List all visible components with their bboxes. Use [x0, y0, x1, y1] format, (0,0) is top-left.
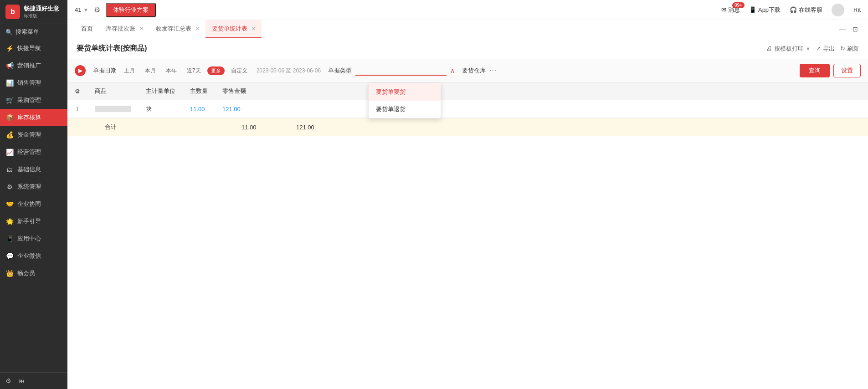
filter-toggle-btn[interactable]: ▶ — [75, 65, 86, 76]
query-button[interactable]: 查询 — [800, 64, 830, 77]
tab-order-stat-close[interactable]: × — [252, 26, 255, 32]
basics-icon: 🗂 — [5, 166, 14, 173]
search-icon: 🔍 — [5, 29, 13, 36]
trial-button[interactable]: 体验行业方案 — [106, 3, 156, 17]
print-chevron-icon: ▼ — [806, 46, 811, 51]
topbar-online-service[interactable]: 🎧 在线客服 — [790, 6, 822, 14]
refresh-icon: ↻ — [840, 45, 845, 52]
chevron-right-icon: ▶ — [78, 67, 82, 74]
quick-nav-icon: ⚡ — [5, 45, 14, 52]
tab-inventory-batch[interactable]: 库存批次账 × — [99, 20, 149, 38]
inventory-icon: 📦 — [5, 114, 14, 121]
topbar: 41 ▼ ⚙ 体验行业方案 ✉ 消息 99+ 📱 App下载 🎧 在线客服 Ri… — [67, 0, 868, 20]
page-header: 要货单统计表(按商品) 🖨 按模板打印 ▼ ↗ 导出 ↻ 刷新 — [67, 38, 868, 59]
topbar-gear-icon[interactable]: ⚙ — [94, 5, 100, 14]
type-filter-input[interactable] — [355, 66, 447, 76]
sidebar-item-guide[interactable]: 🌟 新手引导 — [0, 213, 67, 230]
operations-icon: 📈 — [5, 148, 14, 156]
message-badge: 99+ — [732, 2, 745, 8]
tabbar-minimize-btn[interactable]: — — [837, 24, 848, 35]
type-filter-arrow[interactable]: ∧ — [450, 67, 455, 74]
filter-warehouse-group: 要货仓库 ··· — [462, 67, 497, 75]
logo-icon: b — [5, 5, 20, 19]
col-settings[interactable]: ⚙ — [67, 82, 87, 100]
warehouse-filter-dots[interactable]: ··· — [489, 67, 497, 75]
filter-bar: ▶ 单据日期 上月 本月 本年 近7天 更多 自定义 2023-05-06 至 … — [67, 59, 868, 82]
app-center-icon: 📱 — [5, 235, 14, 242]
user-avatar[interactable] — [832, 4, 844, 16]
tabbar-actions: — ⊡ — [837, 24, 861, 35]
guide-icon: 🌟 — [5, 218, 14, 225]
date-btn-this-year[interactable]: 本年 — [162, 66, 180, 76]
sidebar-item-marketing[interactable]: 📢 营销推广 — [0, 57, 67, 74]
type-dropdown: 要货单要货 要货单退货 — [368, 83, 441, 118]
date-btn-custom[interactable]: 自定义 — [227, 66, 251, 76]
filter-date-group: 单据日期 上月 本月 本年 近7天 更多 自定义 2023-05-06 至 20… — [93, 66, 321, 76]
sidebar-item-quick-nav[interactable]: ⚡ 快捷导航 — [0, 40, 67, 57]
dropdown-item-order-goods[interactable]: 要货单要货 — [369, 83, 441, 101]
topbar-store-selector[interactable]: 41 ▼ — [75, 6, 88, 13]
product-placeholder — [95, 106, 131, 112]
sidebar-item-app-center[interactable]: 📱 应用中心 — [0, 230, 67, 247]
footer-amount: 121.00 — [289, 124, 344, 131]
sidebar-item-wechat[interactable]: 💬 企业微信 — [0, 247, 67, 265]
settings-bottom-icon[interactable]: ⚙ — [5, 377, 11, 384]
topbar-app-download[interactable]: 📱 App下载 — [749, 6, 781, 14]
sidebar-item-basics[interactable]: 🗂 基础信息 — [0, 161, 67, 178]
row-product — [87, 100, 139, 118]
collapse-icon[interactable]: ⏮ — [19, 377, 25, 384]
sidebar-item-purchase[interactable]: 🛒 采购管理 — [0, 92, 67, 109]
sidebar-item-operations[interactable]: 📈 经营管理 — [0, 143, 67, 161]
tab-order-stat[interactable]: 要货单统计表 × — [205, 20, 262, 38]
amount-link[interactable]: 121.00 — [222, 106, 241, 113]
logo-text: 畅捷通好生意 标准版 — [24, 5, 59, 19]
sidebar-item-sales[interactable]: 📊 销售管理 — [0, 74, 67, 92]
date-btn-more[interactable]: 更多 — [207, 67, 225, 75]
table-footer: 合计 11.00 121.00 — [67, 118, 868, 136]
dropdown-item-order-return[interactable]: 要货单退货 — [369, 101, 441, 118]
qty-link[interactable]: 11.00 — [190, 106, 205, 113]
sidebar-item-enterprise[interactable]: 🤝 企业协同 — [0, 195, 67, 213]
sidebar-search-btn[interactable]: 🔍 搜索菜单 — [0, 24, 67, 40]
page-area: 要货单统计表(按商品) 🖨 按模板打印 ▼ ↗ 导出 ↻ 刷新 — [67, 38, 868, 389]
finance-icon: 💰 — [5, 131, 14, 138]
refresh-button[interactable]: ↻ 刷新 — [840, 45, 859, 53]
sidebar-item-inventory[interactable]: 📦 库存核算 — [0, 109, 67, 126]
phone-icon: 📱 — [749, 6, 756, 13]
table-area: ⚙ 商品 主计量单位 主数量 零售金额 1 — [67, 82, 868, 118]
sales-icon: 📊 — [5, 79, 14, 87]
row-unit: 块 — [139, 100, 183, 118]
filter-actions: 查询 设置 — [800, 64, 861, 77]
topbar-right: ✉ 消息 99+ 📱 App下载 🎧 在线客服 Rit — [721, 4, 861, 16]
warehouse-filter-label: 要货仓库 — [462, 67, 486, 75]
topbar-messages[interactable]: ✉ 消息 99+ — [721, 6, 740, 14]
col-product: 商品 — [87, 82, 139, 100]
username-label[interactable]: Rit — [853, 6, 861, 13]
sidebar-item-system[interactable]: ⚙ 系统管理 — [0, 178, 67, 195]
member-icon: 👑 — [5, 270, 14, 277]
print-icon: 🖨 — [766, 45, 772, 52]
col-extra — [253, 82, 868, 100]
tab-recv-summary-close[interactable]: × — [196, 26, 199, 32]
tab-home[interactable]: 首页 — [75, 20, 99, 38]
col-amount: 零售金额 — [215, 82, 253, 100]
date-btn-last-month[interactable]: 上月 — [120, 66, 139, 76]
date-range-display: 2023-05-06 至 2023-06-06 — [257, 67, 321, 75]
settings-button[interactable]: 设置 — [833, 64, 861, 77]
date-btn-7days[interactable]: 近7天 — [183, 66, 205, 76]
tab-inventory-batch-close[interactable]: × — [140, 26, 143, 32]
filter-dates: 上月 本月 本年 近7天 更多 自定义 — [120, 66, 251, 76]
footer-total-label: 合计 — [98, 123, 143, 131]
tabbar-expand-btn[interactable]: ⊡ — [850, 24, 861, 35]
sidebar-bottom: ⚙ ⏮ — [0, 372, 67, 389]
headset-icon: 🎧 — [790, 6, 797, 13]
sidebar-item-member[interactable]: 👑 畅会员 — [0, 265, 67, 282]
date-btn-this-month[interactable]: 本月 — [141, 66, 159, 76]
row-amount: 121.00 — [215, 100, 253, 118]
purchase-icon: 🛒 — [5, 97, 14, 104]
sidebar-item-finance[interactable]: 💰 资金管理 — [0, 126, 67, 143]
enterprise-icon: 🤝 — [5, 200, 14, 208]
print-button[interactable]: 🖨 按模板打印 ▼ — [766, 45, 811, 53]
export-button[interactable]: ↗ 导出 — [816, 45, 835, 53]
tab-recv-summary[interactable]: 收发存汇总表 × — [149, 20, 205, 38]
